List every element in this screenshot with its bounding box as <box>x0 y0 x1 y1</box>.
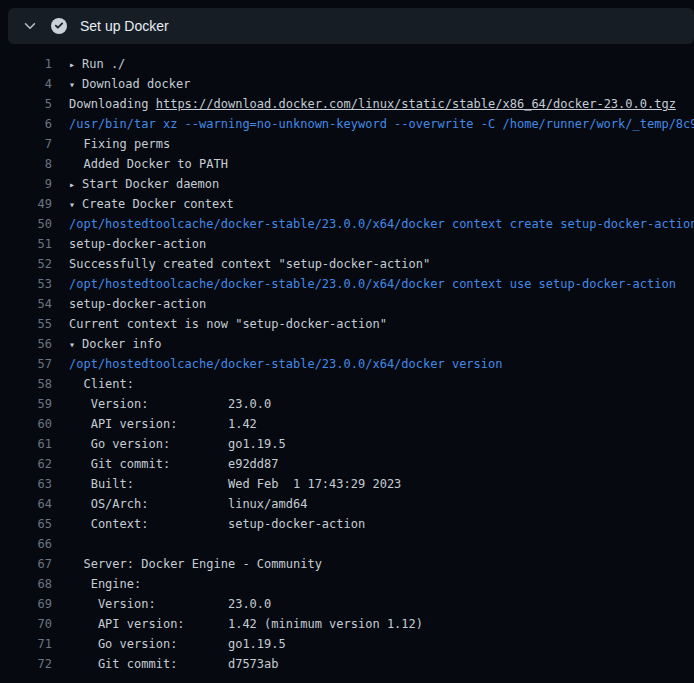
line-number[interactable]: 60 <box>0 414 52 434</box>
log-lines: 1 ▸Run ./ 4 ▾Download docker 5 Downloadi… <box>0 44 694 674</box>
line-number[interactable]: 7 <box>0 134 52 154</box>
line-text: Current context is now "setup-docker-act… <box>69 314 694 334</box>
log-line: 54 setup-docker-action <box>0 294 694 314</box>
line-number[interactable]: 67 <box>0 554 52 574</box>
line-text: /opt/hostedtoolcache/docker-stable/23.0.… <box>69 274 694 294</box>
log-line: 68 Engine: <box>0 574 694 594</box>
log-line: 8 Added Docker to PATH <box>0 154 694 174</box>
log-line: 61 Go version: go1.19.5 <box>0 434 694 454</box>
line-text: Engine: <box>69 574 694 594</box>
line-number[interactable]: 5 <box>0 94 52 114</box>
line-number[interactable]: 53 <box>0 274 52 294</box>
line-number[interactable]: 9 <box>0 174 52 194</box>
log-line: 69 Version: 23.0.0 <box>0 594 694 614</box>
line-text: Successfully created context "setup-dock… <box>69 254 694 274</box>
line-number[interactable]: 68 <box>0 574 52 594</box>
log-line: 5 Downloading https://download.docker.co… <box>0 94 694 114</box>
log-line: 57 /opt/hostedtoolcache/docker-stable/23… <box>0 354 694 374</box>
line-number[interactable]: 69 <box>0 594 52 614</box>
line-number[interactable]: 1 <box>0 54 52 74</box>
line-text: ▸Run ./ <box>69 54 694 74</box>
group-expanded-arrow-icon[interactable]: ▾ <box>69 195 82 214</box>
line-text: Git commit: d7573ab <box>69 654 694 674</box>
line-text: ▾Docker info <box>69 334 694 354</box>
line-text: Server: Docker Engine - Community <box>69 554 694 574</box>
log-line: 64 OS/Arch: linux/amd64 <box>0 494 694 514</box>
line-number[interactable]: 66 <box>0 534 52 554</box>
line-text: Built: Wed Feb 1 17:43:29 2023 <box>69 474 694 494</box>
line-text <box>69 534 694 554</box>
log-line: 66 <box>0 534 694 554</box>
line-text: Fixing perms <box>69 134 694 154</box>
log-line: 53 /opt/hostedtoolcache/docker-stable/23… <box>0 274 694 294</box>
group-title[interactable]: Start Docker daemon <box>82 177 219 191</box>
line-text: /usr/bin/tar xz --warning=no-unknown-key… <box>69 114 694 134</box>
log-line: 65 Context: setup-docker-action <box>0 514 694 534</box>
step-header[interactable]: Set up Docker <box>8 8 694 44</box>
line-text: Go version: go1.19.5 <box>69 634 694 654</box>
line-number[interactable]: 8 <box>0 154 52 174</box>
line-number[interactable]: 52 <box>0 254 52 274</box>
line-text: setup-docker-action <box>69 294 694 314</box>
log-line: 58 Client: <box>0 374 694 394</box>
log-line: 63 Built: Wed Feb 1 17:43:29 2023 <box>0 474 694 494</box>
log-line: 72 Git commit: d7573ab <box>0 654 694 674</box>
line-number[interactable]: 57 <box>0 354 52 374</box>
line-number[interactable]: 56 <box>0 334 52 354</box>
line-number[interactable]: 61 <box>0 434 52 454</box>
group-title[interactable]: Docker info <box>82 337 161 351</box>
line-text: Version: 23.0.0 <box>69 594 694 614</box>
group-expanded-arrow-icon[interactable]: ▾ <box>69 75 82 94</box>
line-number[interactable]: 72 <box>0 654 52 674</box>
log-line: 4 ▾Download docker <box>0 74 694 94</box>
line-number[interactable]: 54 <box>0 294 52 314</box>
line-text: setup-docker-action <box>69 234 694 254</box>
line-text: OS/Arch: linux/amd64 <box>69 494 694 514</box>
line-text: Context: setup-docker-action <box>69 514 694 534</box>
line-number[interactable]: 71 <box>0 634 52 654</box>
log-line: 59 Version: 23.0.0 <box>0 394 694 414</box>
line-number[interactable]: 64 <box>0 494 52 514</box>
line-text: API version: 1.42 (minimum version 1.12) <box>69 614 694 634</box>
log-line: 67 Server: Docker Engine - Community <box>0 554 694 574</box>
group-title[interactable]: Download docker <box>82 77 190 91</box>
chevron-down-icon[interactable] <box>18 14 42 38</box>
group-expanded-arrow-icon[interactable]: ▾ <box>69 335 82 354</box>
group-title[interactable]: Run ./ <box>82 57 125 71</box>
line-text: Version: 23.0.0 <box>69 394 694 414</box>
line-number[interactable]: 51 <box>0 234 52 254</box>
line-number[interactable]: 50 <box>0 214 52 234</box>
line-number[interactable]: 58 <box>0 374 52 394</box>
log-line: 49 ▾Create Docker context <box>0 194 694 214</box>
line-number[interactable]: 55 <box>0 314 52 334</box>
line-text: ▸Start Docker daemon <box>69 174 694 194</box>
group-collapsed-arrow-icon[interactable]: ▸ <box>69 55 82 74</box>
step-title: Set up Docker <box>80 18 169 34</box>
line-number[interactable]: 6 <box>0 114 52 134</box>
line-text: Git commit: e92dd87 <box>69 454 694 474</box>
line-number[interactable]: 63 <box>0 474 52 494</box>
log-line: 6 /usr/bin/tar xz --warning=no-unknown-k… <box>0 114 694 134</box>
log-line: 55 Current context is now "setup-docker-… <box>0 314 694 334</box>
line-number[interactable]: 49 <box>0 194 52 214</box>
line-text: ▾Download docker <box>69 74 694 94</box>
log-line: 56 ▾Docker info <box>0 334 694 354</box>
log-line: 7 Fixing perms <box>0 134 694 154</box>
line-number[interactable]: 62 <box>0 454 52 474</box>
line-number[interactable]: 65 <box>0 514 52 534</box>
line-text: Go version: go1.19.5 <box>69 434 694 454</box>
log-line: 50 /opt/hostedtoolcache/docker-stable/23… <box>0 214 694 234</box>
log-line: 1 ▸Run ./ <box>0 54 694 74</box>
log-line: 60 API version: 1.42 <box>0 414 694 434</box>
group-title[interactable]: Create Docker context <box>82 197 234 211</box>
line-number[interactable]: 70 <box>0 614 52 634</box>
line-text: /opt/hostedtoolcache/docker-stable/23.0.… <box>69 214 694 234</box>
log-line: 51 setup-docker-action <box>0 234 694 254</box>
line-text: Downloading https://download.docker.com/… <box>69 94 694 114</box>
line-number[interactable]: 59 <box>0 394 52 414</box>
line-number[interactable]: 4 <box>0 74 52 94</box>
log-line: 62 Git commit: e92dd87 <box>0 454 694 474</box>
line-text: /opt/hostedtoolcache/docker-stable/23.0.… <box>69 354 694 374</box>
download-url-link[interactable]: https://download.docker.com/linux/static… <box>156 97 676 111</box>
group-collapsed-arrow-icon[interactable]: ▸ <box>69 175 82 194</box>
